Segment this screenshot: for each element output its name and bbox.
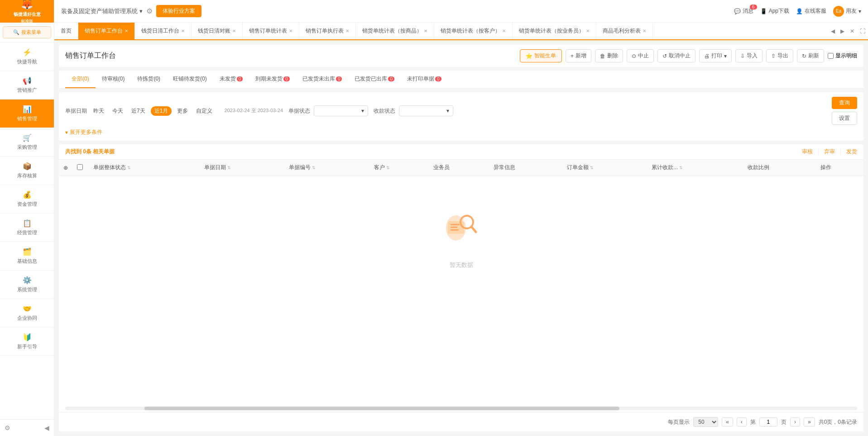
receipt-select[interactable]: ▾ <box>399 105 453 116</box>
search-menu-button[interactable]: 🔍 搜索菜单 <box>3 26 51 38</box>
tab-sales-exec[interactable]: 销售订单执行表 ✕ <box>299 23 356 39</box>
tab-close-sales-summary-customer[interactable]: ✕ <box>502 28 506 33</box>
expand-icon: ▾ <box>65 129 68 136</box>
sidebar-item-finance[interactable]: 💰 资金管理 <box>0 185 54 213</box>
tab-maximize-btn[interactable]: ⛶ <box>857 24 868 38</box>
cancel-stop-button[interactable]: ↺ 取消中止 <box>657 49 695 62</box>
tab-close-cash-reconcile[interactable]: ✕ <box>232 28 236 33</box>
batch-deliver-btn[interactable]: 发货 <box>846 148 857 156</box>
solution-button[interactable]: 体验行业方案 <box>156 5 201 17</box>
expand-conditions-btn[interactable]: ▾ 展开更多条件 <box>65 128 857 136</box>
tab-close-sales-summary-product[interactable]: ✕ <box>424 28 427 33</box>
page-number-input[interactable] <box>759 417 777 427</box>
sidebar-item-inventory[interactable]: 📦 库存核算 <box>0 156 54 185</box>
filter-date-yesterday[interactable]: 昨天 <box>91 106 107 116</box>
tab-home[interactable]: 首页 <box>54 23 78 39</box>
system-title-dropdown[interactable]: 装备及固定资产辅助管理系统 ▾ <box>61 7 143 15</box>
messages-btn[interactable]: 💬 消息 6 <box>734 7 753 15</box>
tab-cash-reconcile[interactable]: 钱货日清对账 ✕ <box>192 23 243 39</box>
import-button[interactable]: ⇩ 导入 <box>735 49 762 62</box>
sub-tab-shipped-out[interactable]: 已发货已出库0 <box>348 71 401 88</box>
sort-doc-date[interactable]: 单据日期 ⇅ <box>204 164 280 171</box>
per-page-select[interactable]: 50 10 20 100 <box>693 417 718 427</box>
tab-sales-summary-product[interactable]: 销货单统计表（按商品） ✕ <box>356 23 434 39</box>
sidebar-item-enterprise[interactable]: 🤝 企业协同 <box>0 299 54 327</box>
status-select[interactable]: ▾ <box>314 105 368 116</box>
tab-cash-daily[interactable]: 钱货日清工作台 ✕ <box>135 23 192 39</box>
finance-icon: 💰 <box>23 190 32 199</box>
sub-tab-overdue-not-shipped[interactable]: 到期未发货0 <box>249 71 296 88</box>
refresh-button[interactable]: ↻ 刷新 <box>797 49 824 62</box>
sub-tab-pending-inspect[interactable]: 待拣货(0) <box>131 71 167 88</box>
tab-close-sales-exec[interactable]: ✕ <box>345 28 349 33</box>
tab-next-btn[interactable]: ▶ <box>838 24 847 38</box>
tab-margin-analysis[interactable]: 商品毛利分析表 ✕ <box>596 23 653 39</box>
tab-close-sales-summary-staff[interactable]: ✕ <box>586 28 590 33</box>
export-button[interactable]: ⇧ 导出 <box>766 49 793 62</box>
tab-close-cash-daily[interactable]: ✕ <box>181 28 185 33</box>
filter-settings-button[interactable]: 设置 <box>832 112 857 125</box>
app-download-btn[interactable]: 📱 App下载 <box>760 7 789 15</box>
batch-unapprove-btn[interactable]: 弃审 <box>824 148 835 156</box>
sort-doc-no[interactable]: 单据编号 ⇅ <box>289 164 365 171</box>
select-all-checkbox[interactable] <box>77 164 83 170</box>
sidebar-item-marketing[interactable]: 📢 营销推广 <box>0 71 54 100</box>
filter-date-more[interactable]: 更多 <box>174 106 191 116</box>
filter-date-custom[interactable]: 自定义 <box>193 106 215 116</box>
next-page-btn[interactable]: › <box>790 417 800 427</box>
smart-create-button[interactable]: ⭐ 智能生单 <box>520 49 562 62</box>
show-detail-checkbox[interactable] <box>828 53 834 59</box>
tab-sales-workbench[interactable]: 销售订单工作台 ✕ <box>78 23 135 39</box>
purchase-icon: 🛒 <box>23 133 32 142</box>
sub-tab-all[interactable]: 全部(0) <box>65 71 96 88</box>
filter-date-7days[interactable]: 近7天 <box>129 106 148 116</box>
horizontal-scrollbar[interactable] <box>65 407 857 410</box>
print-button[interactable]: 🖨 打印 ▾ <box>699 49 732 62</box>
status-select-arrow: ▾ <box>361 108 364 114</box>
show-detail-toggle[interactable]: 显示明细 <box>828 52 857 60</box>
first-page-btn[interactable]: « <box>722 417 733 427</box>
filter-date-today[interactable]: 今天 <box>110 106 126 116</box>
sort-customer[interactable]: 客户 ⇅ <box>374 164 424 171</box>
sidebar-item-sales[interactable]: 📊 销售管理 <box>0 100 54 128</box>
sidebar-item-guide[interactable]: 🔰 新手引导 <box>0 327 54 356</box>
data-table: ⊕ 单据整体状态 ⇅ <box>59 160 863 176</box>
sub-tab-shipped-not-out[interactable]: 已发货未出库0 <box>296 71 349 88</box>
sidebar-item-basic[interactable]: 🗂️ 基础信息 <box>0 242 54 270</box>
tab-close-all-btn[interactable]: ✕ <box>847 24 857 38</box>
add-button[interactable]: + 新增 <box>566 49 591 62</box>
tab-close-sales-stats[interactable]: ✕ <box>289 28 293 33</box>
sort-received[interactable]: 累计收款... ⇅ <box>652 164 739 171</box>
sidebar-item-quick-nav[interactable]: ⚡ 快捷导航 <box>0 43 54 71</box>
delete-button[interactable]: 🗑 删除 <box>595 49 623 62</box>
svg-line-6 <box>471 227 476 232</box>
sort-amount[interactable]: 订单金额 ⇅ <box>567 164 643 171</box>
sub-tab-not-shipped[interactable]: 未发货0 <box>213 71 249 88</box>
filter-date-1month[interactable]: 近1月 <box>151 106 172 116</box>
sidebar-item-system[interactable]: ⚙️ 系统管理 <box>0 270 54 299</box>
online-service-btn[interactable]: 👤 在线客服 <box>796 7 826 15</box>
tab-sales-summary-customer[interactable]: 销货单统计表（按客户） ✕ <box>434 23 513 39</box>
user-menu[interactable]: Ea 用友 ▾ <box>833 6 861 17</box>
tab-sales-summary-staff[interactable]: 销货单统计表（按业务员） ✕ <box>513 23 596 39</box>
query-button[interactable]: 查询 <box>832 97 857 109</box>
sort-doc-status[interactable]: 单据整体状态 ⇅ <box>93 164 195 171</box>
topbar-settings-icon[interactable]: ⚙ <box>146 7 153 15</box>
prev-page-btn[interactable]: ‹ <box>737 417 747 427</box>
last-page-btn[interactable]: » <box>804 417 815 427</box>
stop-button[interactable]: ⊙ 中止 <box>627 49 654 62</box>
tab-sales-stats[interactable]: 销售订单统计表 ✕ <box>243 23 299 39</box>
tab-prev-btn[interactable]: ◀ <box>828 24 838 38</box>
sidebar-collapse-btn[interactable]: ◀ <box>44 424 49 431</box>
batch-audit-btn[interactable]: 审核 <box>802 148 813 156</box>
sub-tab-wangpu-deliver[interactable]: 旺铺待发货(0) <box>167 71 213 88</box>
sub-tab-not-printed[interactable]: 未打印单据0 <box>401 71 448 88</box>
tab-close-sales-workbench[interactable]: ✕ <box>125 28 128 33</box>
tab-close-margin-analysis[interactable]: ✕ <box>643 28 646 33</box>
scrollbar-thumb[interactable] <box>144 407 619 410</box>
sidebar-item-operation[interactable]: 📋 经营管理 <box>0 213 54 242</box>
filter-receipt-item: 收款状态 ▾ <box>374 105 453 116</box>
sub-tab-pending-audit[interactable]: 待审核(0) <box>96 71 131 88</box>
sidebar-settings-btn[interactable]: ⚙ <box>5 424 10 431</box>
sidebar-item-purchase[interactable]: 🛒 采购管理 <box>0 128 54 156</box>
